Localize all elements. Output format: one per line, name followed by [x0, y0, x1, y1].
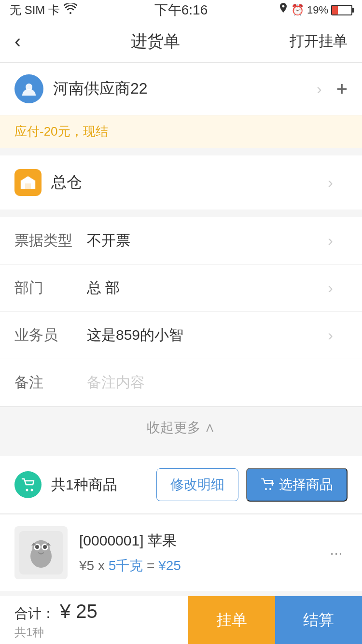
product-info: [0000001] 苹果 ¥5 x 5千克 = ¥25 [79, 531, 325, 575]
footer: 合计： ¥ 25 共1种 挂单 结算 [0, 596, 362, 644]
svg-point-2 [26, 489, 28, 491]
product-total: ¥25 [158, 558, 181, 573]
product-code: [0000001] [79, 532, 143, 548]
svg-point-3 [31, 489, 33, 491]
back-button[interactable]: ‹ [14, 30, 21, 52]
select-product-label: 选择商品 [279, 476, 333, 494]
warehouse-icon [14, 169, 42, 196]
status-right: ⏰ 19% [278, 3, 352, 17]
carrier-text: 无 SIM 卡 [10, 2, 60, 18]
footer-total: 合计： ¥ 25 共1种 [0, 596, 188, 644]
page-title: 进货单 [131, 30, 180, 53]
svg-point-4 [265, 488, 267, 490]
status-time: 下午6:16 [154, 1, 208, 19]
invoice-row[interactable]: 票据类型 不开票 › [0, 217, 362, 265]
remark-row[interactable]: 备注 备注内容 [0, 359, 362, 406]
invoice-value: 不开票 [82, 231, 328, 251]
sales-chevron-icon: › [328, 326, 333, 344]
price-equals: = [147, 558, 158, 573]
svg-point-13 [35, 545, 39, 549]
supplier-row[interactable]: 河南供应商22 › + [0, 63, 362, 115]
product-thumbnail [14, 526, 68, 579]
remark-label: 备注 [14, 373, 82, 392]
sales-row[interactable]: 业务员 这是859的小智 › [0, 312, 362, 359]
dept-label: 部门 [14, 278, 82, 298]
supplier-avatar [14, 74, 43, 103]
suspend-button[interactable]: 挂单 [188, 596, 275, 644]
total-sub: 共1种 [14, 625, 174, 640]
location-icon [278, 3, 288, 17]
products-header: 共1种商品 修改明细 选择商品 [0, 456, 362, 514]
wifi-icon [64, 3, 77, 17]
open-pending-button[interactable]: 打开挂单 [290, 31, 348, 51]
supplier-name: 河南供应商22 [53, 78, 317, 99]
total-label: 合计： [14, 604, 55, 623]
dept-row[interactable]: 部门 总 部 › [0, 265, 362, 312]
product-more-button[interactable]: ··· [325, 539, 348, 567]
status-bar: 无 SIM 卡 下午6:16 ⏰ 19% [0, 0, 362, 20]
edit-detail-button[interactable]: 修改明细 [156, 468, 238, 501]
total-amount: ¥ 25 [60, 601, 97, 622]
add-button[interactable]: + [336, 78, 348, 100]
footer-total-main: 合计： ¥ 25 [14, 601, 174, 623]
svg-point-14 [43, 545, 47, 549]
invoice-label: 票据类型 [14, 231, 82, 251]
collapse-more-button[interactable]: 收起更多 ∧ [0, 406, 362, 448]
form-card: 票据类型 不开票 › 部门 总 部 › 业务员 这是859的小智 › 备注 备注… [0, 217, 362, 448]
alarm-icon: ⏰ [291, 4, 304, 16]
price-multiply: x [98, 558, 109, 573]
checkout-button[interactable]: 结算 [275, 596, 362, 644]
battery-percent: 19% [307, 4, 328, 16]
price-unit: ¥5 [79, 558, 94, 573]
invoice-chevron-icon: › [328, 232, 333, 250]
svg-point-5 [269, 488, 271, 490]
remark-input[interactable]: 备注内容 [82, 373, 348, 392]
supplier-card: 河南供应商22 › + 应付-20元，现结 [0, 63, 362, 148]
nav-bar: ‹ 进货单 打开挂单 [0, 20, 362, 63]
warehouse-row[interactable]: 总仓 › [0, 155, 362, 210]
sales-label: 业务员 [14, 325, 82, 345]
product-title: 苹果 [148, 532, 177, 548]
sales-value: 这是859的小智 [82, 325, 328, 345]
supplier-chevron-icon: › [317, 80, 322, 98]
product-quantity: 5千克 [109, 558, 143, 573]
product-price: ¥5 x 5千克 = ¥25 [79, 557, 325, 575]
select-product-button[interactable]: 选择商品 [246, 468, 348, 502]
status-left: 无 SIM 卡 [10, 2, 77, 18]
main-content: 河南供应商22 › + 应付-20元，现结 总仓 › 票据类型 不开票 › 部门… [0, 63, 362, 644]
dept-value: 总 部 [82, 278, 328, 298]
warehouse-chevron-icon: › [328, 174, 333, 192]
warehouse-name: 总仓 [51, 172, 328, 193]
product-name: [0000001] 苹果 [79, 531, 325, 551]
dept-chevron-icon: › [328, 279, 333, 297]
products-count: 共1种商品 [51, 475, 156, 495]
product-item: [0000001] 苹果 ¥5 x 5千克 = ¥25 ··· [0, 515, 362, 591]
notice-bar: 应付-20元，现结 [0, 115, 362, 148]
battery-icon [331, 5, 352, 15]
products-icon [14, 471, 42, 498]
